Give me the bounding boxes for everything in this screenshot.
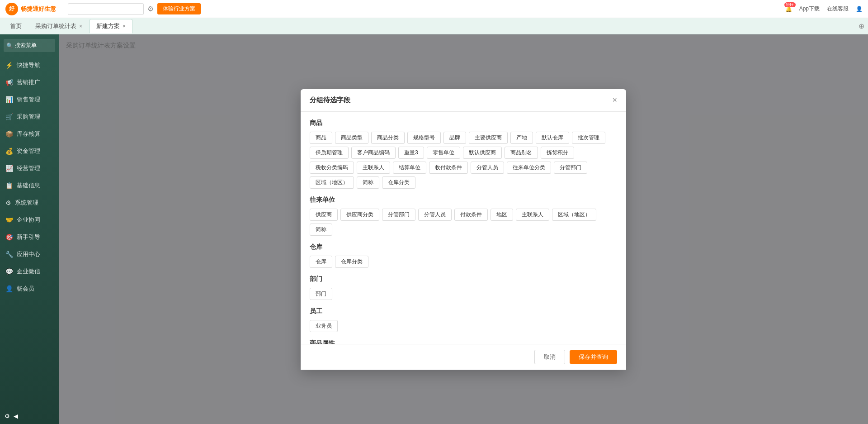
tag-goods-4[interactable]: 品牌 [443,132,466,144]
section-department: 部门 部门 [310,275,617,300]
tag-goods-14[interactable]: 商品别名 [505,147,538,159]
tab-close-purchase[interactable]: × [79,23,82,29]
user-avatar[interactable]: 👤 [856,6,863,12]
tag-partner-5[interactable]: 地区 [491,209,513,221]
logo-text: 畅捷通好生意 [21,5,56,13]
tag-goods-2[interactable]: 商品分类 [371,132,405,144]
top-actions: 🔔99+ App下载 在线客服 👤 [785,5,863,13]
beginner-icon: 🎯 [5,233,13,241]
sidebar-settings-icon[interactable]: ⚙ [5,413,10,419]
tag-employee-0[interactable]: 业务员 [310,320,338,332]
sidebar-item-operations[interactable]: 📈 经营管理 [0,160,59,177]
sidebar-item-beginner[interactable]: 🎯 新手引导 [0,229,59,246]
experience-btn[interactable]: 体验行业方案 [157,3,201,14]
modal-dialog: 分组待选字段 × 商品 商品 商品类型 商品分类 规格型号 品牌 [301,89,626,370]
wechat-icon: 💬 [5,268,13,275]
enterprise-collab-icon: 🤝 [5,216,13,224]
tag-grid-warehouse: 仓库 仓库分类 [310,256,617,268]
tag-goods-23[interactable]: 区域（地区） [310,176,354,189]
tab-new-plan[interactable]: 新建方案 × [90,19,132,33]
sidebar-collapse-icon[interactable]: ◀ [14,413,18,419]
tag-goods-6[interactable]: 产地 [510,132,533,144]
sidebar-item-system[interactable]: ⚙ 系统管理 [0,194,59,211]
tag-goods-8[interactable]: 批次管理 [572,132,605,144]
app-center-icon: 🔧 [5,251,13,258]
tag-goods-20[interactable]: 分管人员 [471,162,504,174]
tag-goods-17[interactable]: 主联系人 [357,162,390,174]
tag-partner-2[interactable]: 分管部门 [382,209,415,221]
tag-goods-19[interactable]: 收付款条件 [429,162,468,174]
section-goods-title: 商品 [310,119,617,127]
sidebar-item-quick-nav[interactable]: ⚡ 快捷导航 [0,57,59,74]
sidebar-search-area: 🔍 搜索菜单 [0,34,59,57]
tag-goods-11[interactable]: 重量3 [398,147,424,159]
tag-goods-24[interactable]: 简称 [357,176,379,189]
tabbar: 首页 采购订单统计表 × 新建方案 × ⊕ [0,18,868,34]
logo-icon: 好 [5,3,18,15]
confirm-button[interactable]: 保存并查询 [570,350,617,364]
modal-overlay: 分组待选字段 × 商品 商品 商品类型 商品分类 规格型号 品牌 [59,34,868,424]
notification-area[interactable]: 🔔99+ [785,6,792,12]
tag-partner-4[interactable]: 付款条件 [454,209,488,221]
tag-goods-15[interactable]: 拣货积分 [541,147,574,159]
tag-goods-18[interactable]: 结算单位 [393,162,426,174]
tag-goods-7[interactable]: 默认仓库 [536,132,569,144]
cancel-button[interactable]: 取消 [534,350,565,364]
tag-goods-12[interactable]: 零售单位 [427,147,460,159]
tab-add-btn[interactable]: ⊕ [859,22,864,30]
tag-goods-21[interactable]: 往来单位分类 [507,162,551,174]
basic-info-icon: 📋 [5,182,13,189]
tag-warehouse-1[interactable]: 仓库分类 [335,256,368,268]
section-employee-title: 员工 [310,307,617,315]
sidebar-item-app-center[interactable]: 🔧 应用中心 [0,246,59,263]
tab-close-new-plan[interactable]: × [123,23,126,29]
tag-goods-9[interactable]: 保质期管理 [310,147,349,159]
sidebar-item-enterprise-collab[interactable]: 🤝 企业协同 [0,211,59,229]
tag-goods-5[interactable]: 主要供应商 [469,132,508,144]
finance-icon: 💰 [5,148,13,155]
tag-goods-25[interactable]: 仓库分类 [382,176,415,189]
tag-partner-0[interactable]: 供应商 [310,209,338,221]
sidebar-bottom: ⚙ ◀ [0,408,59,424]
tag-warehouse-0[interactable]: 仓库 [310,256,332,268]
top-search-input[interactable] [68,3,144,15]
section-warehouse: 仓库 仓库 仓库分类 [310,243,617,268]
tag-partner-8[interactable]: 简称 [310,224,332,236]
tag-goods-22[interactable]: 分管部门 [554,162,587,174]
sidebar-item-sales[interactable]: 📊 销售管理 [0,91,59,108]
section-product-attr-title: 商品属性 [310,339,617,344]
inventory-icon: 📦 [5,130,13,138]
tag-partner-1[interactable]: 供应商分类 [340,209,379,221]
modal-close-btn[interactable]: × [612,95,617,105]
section-partner-title: 往来单位 [310,196,617,204]
sidebar-item-wechat[interactable]: 💬 企业微信 [0,263,59,280]
online-service[interactable]: 在线客服 [827,5,849,13]
sidebar-item-finance[interactable]: 💰 资金管理 [0,143,59,160]
section-goods: 商品 商品 商品类型 商品分类 规格型号 品牌 主要供应商 产地 默认仓库 批次… [310,119,617,189]
modal-body: 商品 商品 商品类型 商品分类 规格型号 品牌 主要供应商 产地 默认仓库 批次… [301,112,626,344]
tag-grid-employee: 业务员 [310,320,617,332]
modal-footer: 取消 保存并查询 [301,344,626,370]
sidebar-item-inventory[interactable]: 📦 库存核算 [0,125,59,143]
tag-goods-1[interactable]: 商品类型 [335,132,368,144]
tag-department-0[interactable]: 部门 [310,288,332,300]
tag-goods-3[interactable]: 规格型号 [407,132,441,144]
sidebar-item-basic-info[interactable]: 📋 基础信息 [0,177,59,194]
tag-partner-6[interactable]: 主联系人 [516,209,549,221]
sidebar-item-marketing[interactable]: 📢 营销推广 [0,74,59,91]
tag-goods-16[interactable]: 税收分类编码 [310,162,354,174]
tag-goods-13[interactable]: 默认供应商 [463,147,502,159]
gear-icon[interactable]: ⚙ [147,5,154,13]
tag-goods-10[interactable]: 客户商品编码 [351,147,396,159]
app-download[interactable]: App下载 [799,5,820,13]
tab-home[interactable]: 首页 [4,19,28,33]
sidebar-item-purchase[interactable]: 🛒 采购管理 [0,108,59,125]
tag-partner-7[interactable]: 区域（地区） [552,209,596,221]
sidebar-search-btn[interactable]: 🔍 搜索菜单 [4,39,55,52]
tag-goods-0[interactable]: 商品 [310,132,332,144]
tab-purchase-stats[interactable]: 采购订单统计表 × [29,19,89,33]
sales-icon: 📊 [5,96,13,103]
tag-partner-3[interactable]: 分管人员 [418,209,452,221]
sidebar-item-member[interactable]: 👤 畅会员 [0,280,59,297]
marketing-icon: 📢 [5,79,13,86]
